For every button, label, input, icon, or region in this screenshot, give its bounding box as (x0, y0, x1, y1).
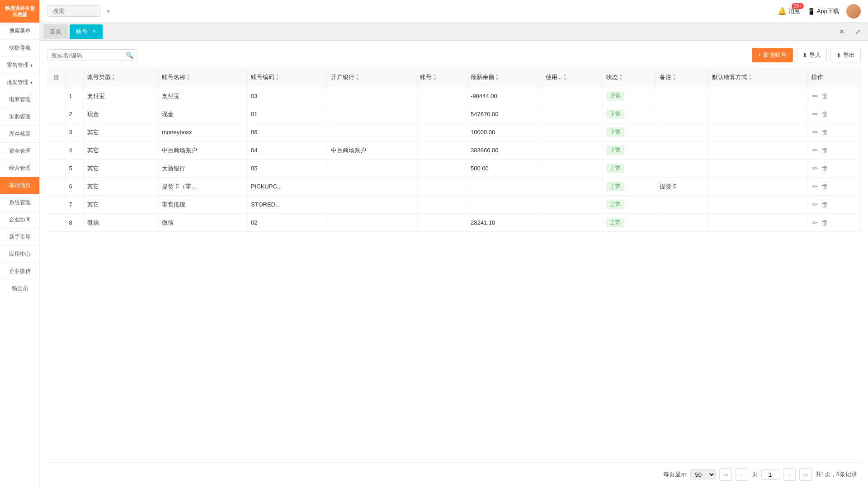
sidebar-item-app-center[interactable]: 应用中心 (0, 246, 39, 263)
sidebar-item-ecommerce[interactable]: 电商管理 (0, 91, 39, 108)
sidebar-item-basic-info[interactable]: 基础信息 (0, 177, 39, 194)
row-status: 正常 (602, 196, 656, 214)
sidebar-item-system[interactable]: 系统管理 (0, 194, 39, 211)
sidebar-item-quick-nav[interactable]: 快捷导航 (0, 40, 39, 57)
edit-button[interactable]: ✏ (812, 201, 818, 209)
row-account-code: 04 (247, 141, 327, 160)
col-account-name[interactable]: 账号名称 ▲▼ (158, 68, 247, 87)
edit-button[interactable]: ✏ (812, 110, 818, 118)
col-status[interactable]: 状态 ▲▼ (602, 68, 656, 87)
delete-button[interactable]: 🗑 (821, 128, 828, 136)
row-bank (327, 105, 416, 123)
toolbar: 🔍 + 新增账号 ⬇ 导入 ⬆ 导出 (47, 48, 861, 62)
row-usage (542, 160, 602, 178)
delete-button[interactable]: 🗑 (821, 219, 828, 226)
row-bank (327, 123, 416, 141)
edit-button[interactable]: ✏ (812, 219, 818, 227)
sidebar-item-operations[interactable]: 经营管理 (0, 160, 39, 177)
row-usage (542, 105, 602, 123)
sidebar-item-inventory[interactable]: 库存核算 (0, 126, 39, 143)
col-balance[interactable]: 最新余额 ▲▼ (467, 68, 542, 87)
edit-button[interactable]: ✏ (812, 92, 818, 100)
delete-button[interactable]: 🗑 (821, 146, 828, 154)
status-badge: 正常 (606, 109, 624, 119)
row-remark (656, 160, 708, 178)
tab-home-label: 首页 (50, 28, 61, 36)
col-account-type[interactable]: 账号类型 ▲▼ (83, 68, 158, 87)
tab-close-icon[interactable]: ✕ (92, 28, 96, 34)
row-num: 8 (65, 214, 83, 232)
table-row: 7 其它 零售抵现 STORED... 正常 ✏ 🗑 (47, 196, 861, 214)
table-row: 6 其它 提货卡（零… PICKUPC... 正常 提货卡 ✏ 🗑 (47, 178, 861, 196)
row-default-settlement (708, 123, 808, 141)
sidebar-item-search-menu[interactable]: 搜索菜单 (0, 23, 39, 40)
delete-button[interactable]: 🗑 (821, 92, 828, 100)
page-prev-button[interactable]: ‹ (736, 468, 748, 481)
row-remark (656, 123, 708, 141)
page-size-label: 每页显示 (663, 470, 687, 479)
message-button[interactable]: 🔔 消息 99+ (778, 7, 800, 15)
edit-button[interactable]: ✏ (812, 183, 818, 191)
search-input[interactable] (51, 52, 126, 59)
row-balance: 547670.00 (467, 105, 542, 123)
status-badge: 正常 (606, 182, 624, 191)
sidebar-item-label: 快捷导航 (9, 45, 31, 51)
import-label: 导入 (809, 51, 821, 59)
delete-button[interactable]: 🗑 (821, 183, 828, 190)
sidebar-item-label: 企业协同 (9, 216, 31, 223)
col-usage[interactable]: 使用... ▲▼ (542, 68, 602, 87)
row-bank (327, 87, 416, 105)
sidebar-item-label: 批发管理 (7, 79, 28, 85)
sidebar-item-purchase[interactable]: 采购管理 (0, 108, 39, 126)
page-total: 共1页，8条记录 (816, 470, 857, 479)
edit-button[interactable]: ✏ (812, 146, 818, 155)
page-next-button[interactable]: › (783, 468, 796, 481)
sidebar-item-wholesale[interactable]: 批发管理 ▾ (0, 74, 39, 91)
page-first-button[interactable]: ⏮ (719, 468, 732, 481)
page-size-select[interactable]: 50 100 (690, 469, 716, 480)
top-search-input[interactable] (47, 5, 101, 17)
sidebar-item-label: 企业微信 (9, 268, 31, 274)
page-last-button[interactable]: ⏭ (799, 468, 812, 481)
tab-home[interactable]: 首页 (43, 24, 68, 39)
delete-button[interactable]: 🗑 (821, 164, 828, 172)
sidebar-item-enterprise[interactable]: 企业协同 (0, 211, 39, 229)
col-remark[interactable]: 备注 ▲▼ (656, 68, 708, 87)
row-balance: 10000.00 (467, 123, 542, 141)
col-account-no[interactable]: 账号 ▲▼ (416, 68, 467, 87)
sort-arrows-code: ▲▼ (275, 73, 279, 81)
row-account-type: 支付宝 (83, 87, 158, 105)
sidebar-item-capital[interactable]: 资金管理 (0, 143, 39, 160)
edit-button[interactable]: ✏ (812, 164, 818, 173)
sidebar-item-retail[interactable]: 零售管理 ▾ (0, 57, 39, 74)
row-account-no (416, 160, 467, 178)
row-account-name: 提货卡（零… (158, 178, 247, 196)
row-remark (656, 105, 708, 123)
edit-button[interactable]: ✏ (812, 128, 818, 136)
app-download-button[interactable]: 📱 App下载 (807, 7, 839, 15)
col-bank[interactable]: 开户银行 ▲▼ (327, 68, 416, 87)
col-account-code[interactable]: 账号编码 ▲▼ (247, 68, 327, 87)
row-balance: 28241.10 (467, 214, 542, 232)
page-input[interactable] (761, 469, 779, 480)
export-button[interactable]: ⬆ 导出 (830, 48, 861, 62)
tab-account[interactable]: 账号 ✕ (70, 24, 103, 39)
delete-button[interactable]: 🗑 (821, 201, 828, 208)
sidebar-item-label: 系统管理 (9, 199, 31, 206)
sort-arrows-type: ▲▼ (112, 73, 116, 81)
delete-button[interactable]: 🗑 (821, 110, 828, 118)
col-default-settlement[interactable]: 默认结算方式 ▲▼ (708, 68, 808, 87)
sidebar-item-enterprise-wechat[interactable]: 企业微信 (0, 263, 39, 280)
row-account-name: 大新银行 (158, 160, 247, 178)
tab-maximize-button[interactable]: ⤢ (852, 25, 864, 38)
table-row: 5 其它 大新银行 05 500.00 正常 ✏ 🗑 (47, 160, 861, 178)
col-settings[interactable]: ⚙ (47, 68, 65, 87)
row-account-no (416, 141, 467, 160)
sidebar-item-guide[interactable]: 新手引导 (0, 229, 39, 246)
add-account-button[interactable]: + 新增账号 (752, 48, 793, 62)
import-button[interactable]: ⬇ 导入 (797, 48, 827, 62)
tab-minimize-button[interactable]: ✕ (835, 25, 848, 38)
row-num: 7 (65, 196, 83, 214)
sidebar-item-member[interactable]: 畅会员 (0, 280, 39, 297)
user-avatar[interactable] (846, 4, 861, 19)
